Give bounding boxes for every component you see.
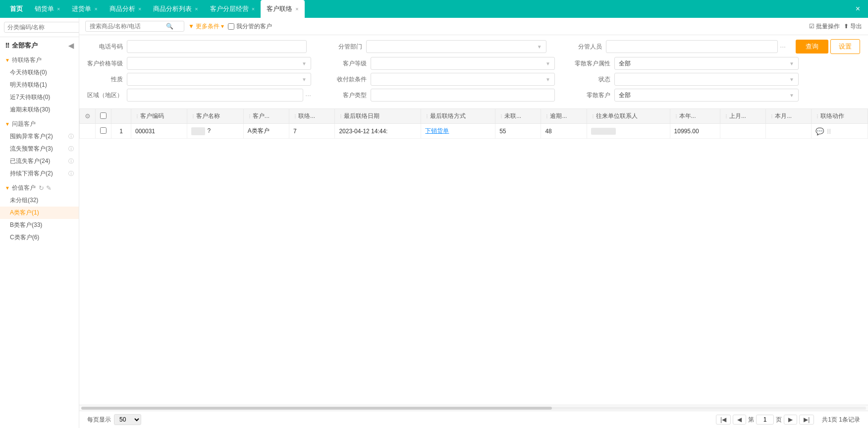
- select-all-checkbox[interactable]: [100, 112, 107, 119]
- sidebar-item-class-b[interactable]: B类客户(33): [0, 219, 79, 231]
- row-checkbox[interactable]: [100, 127, 107, 134]
- th-checkbox[interactable]: [96, 109, 111, 124]
- dept-select[interactable]: ▼: [366, 40, 546, 53]
- nav-tab-customer-layer[interactable]: 客户分层经营 ×: [204, 0, 261, 18]
- scrollbar-track[interactable]: [81, 407, 866, 410]
- my-customers-checkbox-label[interactable]: 我分管的客户: [228, 22, 272, 31]
- td-action: 💬 ⁞⁞: [812, 124, 868, 139]
- sidebar-item-ungroup[interactable]: 未分组(32): [0, 194, 79, 207]
- nature-select[interactable]: ▼: [127, 73, 311, 86]
- td-checkbox[interactable]: [96, 124, 111, 139]
- page-input[interactable]: [756, 415, 774, 425]
- th-code: ⁝客户编码: [131, 109, 187, 124]
- cust-level-chevron-icon: ▼: [545, 61, 550, 66]
- nav-tab-goods-analysis[interactable]: 商品分析 ×: [104, 0, 147, 18]
- section-problem-customers[interactable]: 问题客户: [0, 118, 79, 130]
- cust-type-input[interactable]: [371, 89, 555, 102]
- prev-page-btn[interactable]: ◀: [733, 415, 746, 425]
- close-tab-purchase[interactable]: ×: [94, 6, 97, 12]
- content-area: 🔍 ▼ 更多条件 ▾ 我分管的客户 ☑ 批量操作 ⬆ 导出: [79, 18, 868, 428]
- more-action-icon[interactable]: ⁞⁞: [827, 127, 831, 135]
- search-box: 🔍: [85, 21, 184, 32]
- manager-input[interactable]: [606, 40, 778, 53]
- cust-type-field[interactable]: [375, 92, 550, 99]
- phone-input[interactable]: [127, 40, 307, 53]
- query-button[interactable]: 查询: [796, 40, 828, 54]
- sidebar-search-input[interactable]: [4, 22, 79, 33]
- retail-attr-select[interactable]: 全部 ▼: [614, 57, 799, 70]
- status-select[interactable]: ▼: [614, 73, 799, 86]
- manager-field[interactable]: [610, 43, 758, 50]
- region-input[interactable]: [127, 89, 303, 102]
- filter-cust-type: 客户类型: [331, 89, 555, 102]
- last-page-btn[interactable]: ▶|: [799, 415, 814, 425]
- sidebar-item-overdue[interactable]: 逾期未联络(30): [0, 104, 79, 116]
- next-page-btn[interactable]: ▶: [784, 415, 797, 425]
- sidebar-item-tomorrow[interactable]: 明天待联络(1): [0, 79, 79, 91]
- manager-more-icon[interactable]: ···: [780, 43, 786, 51]
- close-tab-customer-layer[interactable]: ×: [252, 6, 255, 12]
- filter-cust-level: 客户等级 ▼: [331, 57, 555, 70]
- sidebar-item-churned[interactable]: 已流失客户(24) ⓘ: [0, 155, 79, 167]
- scrollbar-thumb[interactable]: [81, 407, 552, 410]
- table-area: ⚙ ⁝客户编码 ⁝客户名称 ⁝客户...: [79, 109, 868, 405]
- batch-op-btn[interactable]: ☑ 批量操作: [809, 22, 840, 31]
- region-field[interactable]: [131, 92, 282, 99]
- phone-field[interactable]: [131, 43, 302, 50]
- close-tab-goods-analysis[interactable]: ×: [138, 6, 141, 12]
- adv-filter: 电话号码 分管部门 ▼ 分管人员: [79, 35, 868, 109]
- settings-button[interactable]: 设置: [830, 39, 860, 54]
- th-last-date: ⁝最后联络日期: [335, 109, 421, 124]
- all-customers-label[interactable]: 全部客户: [12, 41, 38, 50]
- region-more-icon[interactable]: ···: [305, 91, 311, 99]
- price-level-select[interactable]: ▼: [127, 57, 311, 70]
- td-last-month: [720, 124, 765, 139]
- search-input[interactable]: [90, 23, 164, 30]
- nav-home[interactable]: 首页: [4, 0, 29, 18]
- export-btn[interactable]: ⬆ 导出: [844, 22, 862, 31]
- value-customer-edit-icon[interactable]: ✎: [46, 184, 52, 192]
- sidebar-item-today[interactable]: 今天待联络(0): [0, 66, 79, 79]
- section-value-customers-header: ▼ 价值客户 ↻ ✎: [0, 182, 79, 194]
- sidebar-item-hoarding[interactable]: 囤购异常客户(2) ⓘ: [0, 130, 79, 143]
- td-overdue: 48: [541, 124, 587, 139]
- manager-label: 分管人员: [566, 43, 606, 51]
- th-cust-type: ⁝客户...: [243, 109, 289, 124]
- th-name: ⁝客户名称: [187, 109, 243, 124]
- adv-filter-row2: 客户价格等级 ▼ 客户等级 ▼ 零散客户属性: [87, 57, 860, 70]
- sidebar-item-class-c[interactable]: C类客户(6): [0, 231, 79, 244]
- nav-tab-customer-contact[interactable]: 客户联络 ×: [261, 0, 304, 18]
- filter-payment: 收付款条件 ▼: [331, 73, 555, 86]
- section-pending-contact[interactable]: 待联络客户: [0, 54, 79, 66]
- retail-select[interactable]: 全部 ▼: [614, 89, 799, 102]
- checkbox-icon: ☑: [809, 23, 814, 30]
- cust-level-select[interactable]: ▼: [371, 57, 555, 70]
- close-tab-goods-list[interactable]: ×: [195, 6, 198, 12]
- th-settings[interactable]: ⚙: [80, 109, 96, 124]
- more-conditions-btn[interactable]: ▼ 更多条件 ▾: [188, 22, 224, 31]
- close-tab-sales[interactable]: ×: [57, 6, 60, 12]
- close-tab-customer-contact[interactable]: ×: [295, 6, 298, 12]
- nav-tab-goods-list[interactable]: 商品分析列表 ×: [147, 0, 204, 18]
- chat-action-icon[interactable]: 💬: [815, 127, 824, 135]
- nav-tab-sales[interactable]: 销货单 ×: [29, 0, 66, 18]
- page-size-select[interactable]: 50 100 200: [114, 414, 141, 425]
- retail-attr-label: 零散客户属性: [575, 59, 614, 68]
- horizontal-scrollbar[interactable]: [79, 405, 868, 411]
- close-window-btn[interactable]: ×: [852, 4, 864, 13]
- first-page-btn[interactable]: |◀: [716, 415, 731, 425]
- search-icon[interactable]: 🔍: [166, 23, 173, 30]
- td-last-date: 2023-04-12 14:44:: [335, 124, 421, 139]
- value-customer-refresh-icon[interactable]: ↻: [39, 184, 44, 192]
- sidebar-item-7days[interactable]: 近7天待联络(0): [0, 91, 79, 104]
- payment-select[interactable]: ▼: [371, 73, 555, 86]
- my-customers-checkbox[interactable]: [228, 23, 234, 30]
- nav-tab-purchase[interactable]: 进货单 ×: [66, 0, 103, 18]
- sidebar-item-class-a[interactable]: A类客户(1): [0, 207, 79, 219]
- sidebar-item-declining[interactable]: 持续下滑客户(2) ⓘ: [0, 167, 79, 180]
- gear-icon[interactable]: ⚙: [85, 112, 91, 120]
- sidebar-collapse-icon[interactable]: ◀: [68, 42, 74, 50]
- last-way-link[interactable]: 下销货单: [425, 127, 449, 134]
- sidebar-item-churn-warning[interactable]: 流失预警客户(3) ⓘ: [0, 143, 79, 155]
- filter-icon: ▼: [188, 23, 194, 30]
